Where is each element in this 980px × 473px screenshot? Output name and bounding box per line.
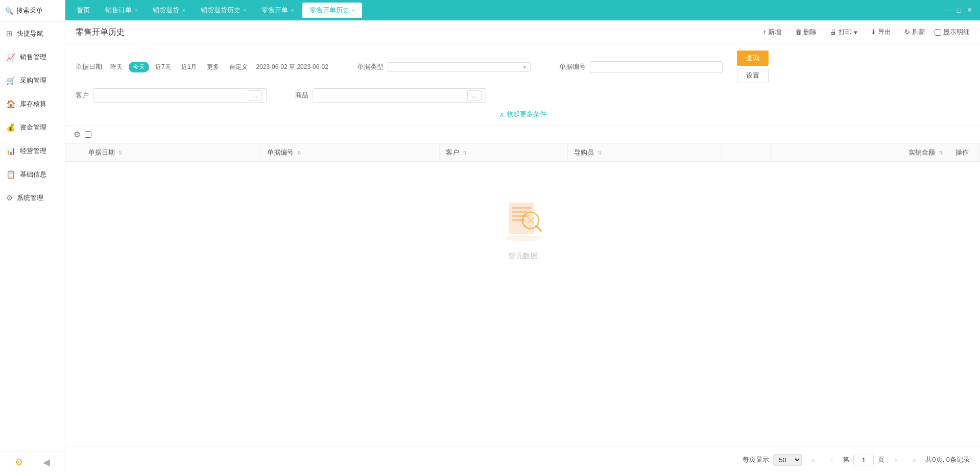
sidebar-item-operations[interactable]: 📊 经营管理 — [0, 139, 65, 163]
query-button[interactable]: 查询 — [737, 51, 769, 66]
col-customer[interactable]: 客户 ⇅ — [440, 144, 568, 162]
first-page-icon: « — [811, 456, 815, 464]
sidebar-item-quick-nav[interactable]: ⊞ 快捷导航 — [0, 22, 65, 45]
page-size-select[interactable]: 50 20 100 200 — [773, 454, 802, 466]
tab-sales-return-close[interactable]: × — [182, 7, 185, 13]
date-opt-custom[interactable]: 自定义 — [225, 62, 252, 72]
tab-sales-return-history[interactable]: 销货退货历史 × — [194, 3, 253, 18]
date-opt-today[interactable]: 今天 — [129, 62, 149, 72]
svg-point-0 — [505, 235, 541, 241]
add-label: + 新增 — [762, 28, 781, 37]
date-opt-last7[interactable]: 近7天 — [151, 62, 175, 72]
window-minimize-btn[interactable]: — — [944, 7, 951, 14]
empty-text: 暂无数据 — [509, 252, 537, 261]
tab-retail-history[interactable]: 零售开单历史 × — [302, 3, 362, 18]
date-options: 昨天 今天 近7天 近1月 更多 自定义 — [106, 62, 252, 72]
sidebar-item-finance[interactable]: 💰 资金管理 — [0, 116, 65, 139]
sidebar-item-sales-mgmt-label: 销售管理 — [20, 53, 46, 62]
show-detail-input[interactable] — [935, 29, 941, 36]
sidebar-item-system[interactable]: ⚙ 系统管理 — [0, 186, 65, 210]
sidebar-item-finance-label: 资金管理 — [20, 123, 46, 132]
sidebar-item-basic-info[interactable]: 📋 基础信息 — [0, 163, 65, 186]
tab-sales-return-label: 销货退货 — [153, 6, 179, 15]
print-label: 🖨 打印 — [830, 28, 852, 37]
table-toolbar: ⚙ — [65, 126, 980, 144]
date-opt-last-month[interactable]: 近1月 — [177, 62, 201, 72]
sidebar-item-purchase-mgmt[interactable]: 🛒 采购管理 — [0, 69, 65, 92]
empty-icon — [497, 192, 548, 243]
delete-button[interactable]: 🗑 删除 — [791, 26, 821, 39]
bill-type-filter-group: 单据类型 ▾ — [357, 62, 531, 72]
sidebar-menu: ⊞ 快捷导航 📈 销售管理 🛒 采购管理 🏠 库存核算 💰 资金管理 📊 经营管… — [0, 22, 65, 451]
pagination: 每页显示 50 20 100 200 « ‹ 第 页 › — [65, 446, 980, 473]
prev-page-icon: ‹ — [830, 456, 832, 464]
date-filter-label: 单据日期 — [76, 62, 102, 71]
col-date[interactable]: 单据日期 ⇅ — [82, 144, 260, 162]
last-page-btn[interactable]: » — [907, 453, 921, 467]
table-settings-gear[interactable]: ⚙ — [74, 130, 81, 139]
delete-label: 🗑 删除 — [795, 28, 817, 37]
sidebar-collapse-btn[interactable]: ◀ — [43, 457, 50, 468]
tab-sales-return-history-label: 销货退货历史 — [201, 6, 241, 15]
page-input[interactable] — [853, 455, 874, 465]
date-opt-more[interactable]: 更多 — [203, 62, 223, 72]
customer-ellipsis-btn[interactable]: ... — [248, 90, 262, 101]
goods-input-wrapper: ... — [313, 88, 486, 103]
empty-state: 暂无数据 — [65, 162, 980, 291]
sidebar-item-inventory[interactable]: 🏠 库存核算 — [0, 92, 65, 116]
add-button[interactable]: + 新增 — [758, 26, 785, 39]
prev-page-btn[interactable]: ‹ — [824, 453, 839, 467]
tab-sales-order-close[interactable]: × — [134, 7, 137, 13]
sidebar-item-sales-mgmt[interactable]: 📈 销售管理 — [0, 45, 65, 69]
settings-button[interactable]: 设置 — [737, 68, 769, 83]
col-ops: 操作 — [949, 144, 980, 162]
date-range-display: 2023-06-02 至 2023-06-02 — [256, 63, 328, 71]
tab-sales-order[interactable]: 销售订单 × — [98, 3, 145, 18]
col-salesperson-label: 导购员 — [574, 148, 594, 156]
tab-home[interactable]: 首页 — [69, 3, 97, 18]
bill-type-chevron: ▾ — [523, 64, 526, 70]
page-word: 第 — [843, 455, 849, 464]
svg-rect-3 — [512, 211, 527, 213]
col-amount-label: 实销金额 — [909, 148, 935, 156]
window-maximize-btn[interactable]: □ — [957, 7, 961, 14]
tab-retail-history-close[interactable]: × — [352, 7, 355, 13]
col-salesperson[interactable]: 导购员 ⇅ — [568, 144, 722, 162]
sidebar-bottom: ⚙ ◀ — [0, 451, 65, 473]
col-no[interactable]: 单据编号 ⇅ — [260, 144, 439, 162]
col-customer-label: 客户 — [446, 148, 459, 156]
tab-retail-open[interactable]: 零售开单 × — [254, 3, 301, 18]
col-amount[interactable]: 实销金额 ⇅ — [770, 144, 949, 162]
tab-retail-open-close[interactable]: × — [291, 7, 294, 13]
refresh-button[interactable]: ↻ 刷新 — [900, 26, 929, 39]
bill-type-select[interactable]: ▾ — [388, 62, 531, 72]
window-close-btn[interactable]: × — [967, 6, 972, 15]
collapse-label: 收起更多条件 — [507, 110, 546, 119]
page-title: 零售开单历史 — [76, 27, 125, 38]
tab-sales-return[interactable]: 销货退货 × — [146, 3, 192, 18]
finance-icon: 💰 — [6, 123, 16, 132]
svg-line-7 — [536, 226, 541, 231]
goods-input[interactable] — [317, 92, 467, 99]
export-button[interactable]: ⬇ 导出 — [867, 26, 896, 39]
next-page-btn[interactable]: › — [889, 453, 903, 467]
collapse-btn[interactable]: ∧ 收起更多条件 — [499, 110, 546, 119]
col-no-label: 单据编号 — [267, 148, 294, 156]
tab-sales-return-history-close[interactable]: × — [243, 7, 246, 13]
first-page-btn[interactable]: « — [806, 453, 820, 467]
sidebar-item-purchase-mgmt-label: 采购管理 — [20, 76, 46, 85]
collapse-icon: ∧ — [499, 111, 505, 118]
select-all-checkbox[interactable] — [85, 131, 91, 138]
date-opt-yesterday[interactable]: 昨天 — [106, 62, 127, 72]
tabs-bar: 首页 销售订单 × 销货退货 × 销货退货历史 × 零售开单 × 零售开单历史 … — [65, 0, 980, 20]
show-detail-checkbox[interactable]: 显示明细 — [935, 28, 970, 37]
bill-no-input[interactable] — [594, 63, 718, 71]
customer-input[interactable] — [98, 92, 248, 99]
bill-type-label: 单据类型 — [357, 62, 384, 71]
goods-ellipsis-btn[interactable]: ... — [467, 90, 482, 101]
col-customer-sort: ⇅ — [463, 150, 467, 156]
sidebar-settings-btn[interactable]: ⚙ — [15, 457, 23, 468]
sidebar-search[interactable]: 🔍 搜索采单 — [0, 0, 65, 22]
last-page-icon: » — [913, 456, 916, 464]
print-button[interactable]: 🖨 打印 ▾ — [826, 26, 862, 39]
